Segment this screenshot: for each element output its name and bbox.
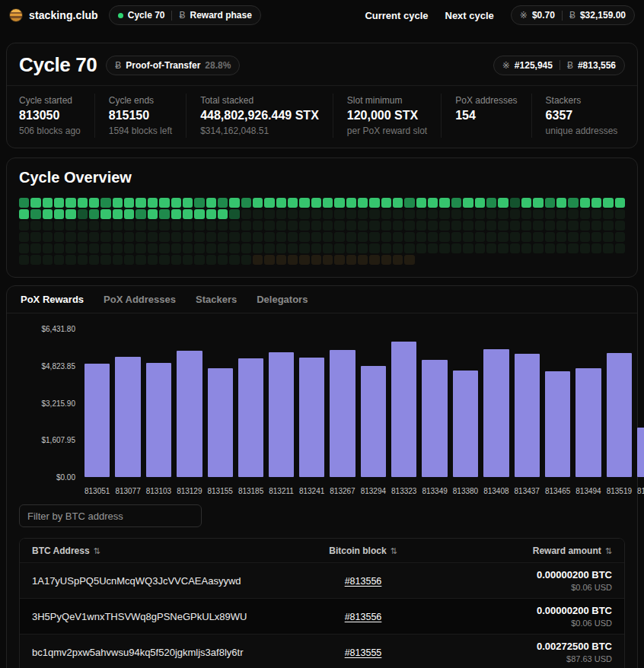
block-cell[interactable]	[545, 198, 555, 208]
block-heights-badge[interactable]: ※ #125,945 Ƀ #813,556	[493, 56, 625, 75]
block-cell[interactable]	[288, 198, 298, 208]
block-cell[interactable]	[113, 209, 123, 219]
tab-pox-rewards[interactable]: PoX Rewards	[21, 294, 84, 305]
reward-bar[interactable]	[515, 354, 540, 477]
block-cell[interactable]	[54, 198, 64, 208]
block-cell[interactable]	[264, 198, 274, 208]
block-cell[interactable]	[439, 198, 449, 208]
bitcoin-block-link[interactable]: #813556	[345, 612, 382, 622]
block-cell[interactable]	[194, 209, 204, 219]
sort-icon[interactable]: ⇅	[605, 546, 612, 555]
block-cell[interactable]	[89, 198, 99, 208]
block-cell[interactable]	[615, 198, 625, 208]
block-cell[interactable]	[580, 198, 590, 208]
block-cell[interactable]	[113, 198, 123, 208]
block-cell[interactable]	[43, 209, 53, 219]
block-cell[interactable]	[323, 255, 333, 265]
reward-bar[interactable]	[238, 358, 263, 477]
block-cell[interactable]	[358, 255, 368, 265]
block-cell[interactable]	[124, 209, 134, 219]
block-cell[interactable]	[218, 198, 228, 208]
tab-delegators[interactable]: Delegators	[257, 294, 308, 305]
block-cell[interactable]	[591, 198, 601, 208]
block-cell[interactable]	[299, 255, 309, 265]
block-cell[interactable]	[276, 198, 286, 208]
reward-bar[interactable]	[483, 349, 509, 477]
block-cell[interactable]	[19, 209, 29, 219]
block-cell[interactable]	[159, 198, 169, 208]
block-cell[interactable]	[475, 198, 485, 208]
block-cell[interactable]	[358, 198, 368, 208]
block-cell[interactable]	[533, 198, 543, 208]
reward-bar[interactable]	[299, 358, 324, 477]
block-cell[interactable]	[323, 198, 333, 208]
block-cell[interactable]	[416, 198, 426, 208]
column-header-reward-amount[interactable]: Reward amount⇅	[435, 546, 612, 556]
block-cell[interactable]	[451, 198, 461, 208]
block-cell[interactable]	[78, 209, 88, 219]
block-cell[interactable]	[510, 198, 520, 208]
brand-name[interactable]: stacking.club	[29, 9, 98, 21]
reward-bar[interactable]	[575, 368, 601, 477]
block-cell[interactable]	[124, 198, 134, 208]
bitcoin-block-link[interactable]: #813555	[345, 647, 382, 658]
reward-bar[interactable]	[391, 342, 416, 477]
proof-of-transfer-badge[interactable]: Ƀ Proof-of-Transfer 28.8%	[106, 56, 240, 75]
reward-bar[interactable]	[115, 357, 140, 477]
block-cell[interactable]	[100, 198, 110, 208]
block-cell[interactable]	[334, 255, 344, 265]
reward-bar[interactable]	[637, 428, 644, 477]
block-cell[interactable]	[148, 209, 158, 219]
btc-address-filter-input[interactable]	[19, 504, 202, 527]
tab-stackers[interactable]: Stackers	[196, 294, 237, 305]
block-cell[interactable]	[299, 198, 309, 208]
cycle-phase-badge[interactable]: Cycle 70 Ƀ Reward phase	[109, 5, 261, 25]
reward-bar[interactable]	[208, 368, 233, 477]
block-cell[interactable]	[346, 198, 356, 208]
reward-bar[interactable]	[545, 371, 570, 477]
block-cell[interactable]	[264, 255, 274, 265]
block-cell[interactable]	[183, 209, 193, 219]
block-cell[interactable]	[89, 209, 99, 219]
block-cell[interactable]	[159, 209, 169, 219]
block-cell[interactable]	[30, 198, 40, 208]
block-cell[interactable]	[43, 198, 53, 208]
block-cell[interactable]	[206, 198, 216, 208]
block-cell[interactable]	[556, 198, 566, 208]
block-cell[interactable]	[241, 198, 251, 208]
sort-icon[interactable]: ⇅	[94, 546, 100, 555]
block-cell[interactable]	[381, 255, 391, 265]
block-cell[interactable]	[288, 255, 298, 265]
block-cell[interactable]	[100, 209, 110, 219]
block-cell[interactable]	[428, 198, 438, 208]
block-cell[interactable]	[404, 255, 414, 265]
sort-icon[interactable]: ⇅	[391, 546, 397, 555]
reward-bar[interactable]	[607, 353, 632, 477]
block-cell[interactable]	[19, 198, 29, 208]
block-cell[interactable]	[311, 198, 321, 208]
block-cell[interactable]	[568, 198, 578, 208]
block-cell[interactable]	[78, 198, 88, 208]
block-cell[interactable]	[463, 198, 473, 208]
column-header-bitcoin-block[interactable]: Bitcoin block⇅	[291, 546, 435, 556]
block-cell[interactable]	[65, 198, 75, 208]
block-cell[interactable]	[334, 198, 344, 208]
block-cell[interactable]	[65, 209, 75, 219]
block-cell[interactable]	[393, 198, 403, 208]
block-cell[interactable]	[393, 255, 403, 265]
price-badge[interactable]: ※ $0.70 Ƀ $32,159.00	[511, 5, 635, 25]
block-cell[interactable]	[498, 198, 508, 208]
block-cell[interactable]	[183, 198, 193, 208]
block-cell[interactable]	[135, 198, 145, 208]
reward-bar[interactable]	[330, 350, 355, 477]
block-cell[interactable]	[253, 198, 263, 208]
reward-bar[interactable]	[361, 366, 386, 477]
bitcoin-block-link[interactable]: #813556	[345, 576, 382, 587]
block-cell[interactable]	[135, 209, 145, 219]
block-cell[interactable]	[404, 198, 414, 208]
block-cell[interactable]	[486, 198, 496, 208]
block-cell[interactable]	[194, 198, 204, 208]
block-cell[interactable]	[229, 198, 239, 208]
block-cell[interactable]	[346, 255, 356, 265]
block-cell[interactable]	[148, 198, 158, 208]
